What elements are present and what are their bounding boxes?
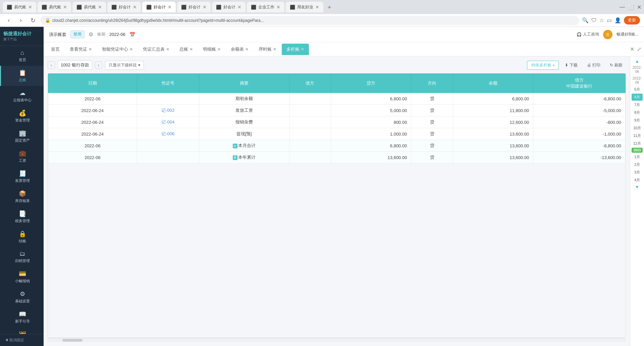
sidebar-item-salary[interactable]: 💼 工资 [0,146,44,166]
collapse-tabs-icon[interactable]: ✕ [630,46,634,52]
tab-close-8[interactable]: ✕ [276,4,280,10]
page-tab-balance[interactable]: 余额表 ✕ [226,44,253,55]
tab-voucher-close[interactable]: ✕ [89,47,92,52]
sidebar-item-guide[interactable]: 📖 新手引导 [0,307,44,327]
account-next-button[interactable]: › [95,61,102,69]
maximize-button[interactable]: ⬜ [628,4,634,10]
close-browser-button[interactable]: ✕ [637,4,641,10]
timeline-month-3[interactable]: 3月 [632,169,643,176]
tab-close-2[interactable]: ✕ [63,4,67,10]
page-tab-voucher[interactable]: 查看凭证 ✕ [65,44,97,55]
sidebar-item-invoice[interactable]: 🧾 发票管理 [0,166,44,187]
profile-icon[interactable]: 👤 [614,17,621,23]
new-tab-button[interactable]: ＋ [325,2,334,12]
tab-summary-close[interactable]: ✕ [166,47,169,52]
sidebar-item-tax[interactable]: 📑 税务管理 [0,207,44,227]
page-tab-summary[interactable]: 凭证汇总表 ✕ [138,44,174,55]
sidebar-item-member[interactable]: 👑 畅会员 [0,327,44,334]
tag-green-icon: 合 [233,144,237,148]
refresh-button[interactable]: ↻ 刷新 [606,61,626,69]
timeline-month-12[interactable]: 12月 [632,140,643,147]
tab-multicolumn-close[interactable]: ✕ [301,47,304,52]
refresh-button[interactable]: ↻ [28,16,38,25]
sidebar-toggle-icon[interactable]: ▭ [607,17,612,23]
page-tab-home[interactable]: 首页 [46,44,64,55]
account-prev-button[interactable]: ‹ [48,61,55,69]
timeline-up-arrow[interactable]: ▲ [635,58,640,64]
tab-general-close[interactable]: ✕ [190,47,193,52]
sidebar-item-close[interactable]: 🔒 结账 [0,227,44,247]
timeline-month-6[interactable]: 6月 [632,94,643,101]
sidebar-item-home[interactable]: ⌂ 首页 [0,46,44,66]
horizontal-scrollbar[interactable] [48,338,626,342]
table-header-row: 日期 凭证号 摘要 借方 贷方 方向 余额 借方中国建设银行 [48,74,626,93]
timeline-month-11[interactable]: 11月 [632,132,643,139]
cell-voucher[interactable]: 记-004 [137,116,199,128]
account-filter[interactable]: 只显示下级科目 ▾ [105,61,144,70]
account-tag[interactable]: 禁用 [70,31,85,38]
page-tab-multicolumn[interactable]: 多栏账 ✕ [282,44,309,55]
download-button[interactable]: ⬇ 下载 [561,61,581,69]
browser-tab-4[interactable]: ⬛ 好会计 ✕ [107,2,141,12]
timeline-month-9[interactable]: 9月 [632,117,643,124]
back-button[interactable]: ‹ [4,16,13,25]
sidebar-label-invoice: 发票管理 [15,178,30,183]
sidebar-item-report[interactable]: ☁ 云报表中心 [0,86,44,106]
search-icon[interactable]: 🔍 [582,17,589,23]
tab-close-9[interactable]: ✕ [315,4,319,10]
page-tab-sequence[interactable]: 序时账 ✕ [254,44,281,55]
tab-close-3[interactable]: ✕ [98,4,102,10]
sidebar-item-fund[interactable]: 💰 资金管理 [0,106,44,126]
browser-tab-3[interactable]: ⬛ 易代账 ✕ [72,2,106,12]
tab-close-5[interactable]: ✕ [168,4,172,10]
browser-tab-1[interactable]: ⬛ 易代账 ✕ [3,2,36,12]
sidebar-item-settings[interactable]: ⚙ 基础设置 [0,287,44,307]
cell-voucher[interactable]: 记-002 [137,105,199,116]
tab-close-4[interactable]: ✕ [133,4,137,10]
browser-tab-7[interactable]: ⬛ 好会计 ✕ [212,2,246,12]
page-tab-detail[interactable]: 明细账 ✕ [198,44,225,55]
url-bar[interactable]: 🔒 cloud2.chanjet.com/accounting/uh26t264… [40,16,579,25]
timeline-month-10[interactable]: 10月 [632,125,643,132]
calendar-icon[interactable]: 📅 [129,32,135,37]
sidebar-item-expense[interactable]: 💳 小畅报销 [0,267,44,287]
browser-tab-6[interactable]: ⬛ 好会计 ✕ [177,2,211,12]
cell-voucher[interactable]: 记-006 [137,128,199,140]
timeline-month-5[interactable]: 5月 [632,86,643,93]
pin-button[interactable]: ◀ 取消固定 [0,334,44,346]
timeline-month-8[interactable]: 8月 [632,109,643,116]
timeline-month-7[interactable]: 7月 [632,101,643,108]
page-tab-general[interactable]: 总账 ✕ [175,44,198,55]
browser-tab-2[interactable]: ⬛ 易代账 ✕ [38,2,71,12]
star-icon[interactable]: ☆ [599,17,604,23]
sidebar-item-inventory[interactable]: 📦 库存核算 [0,187,44,207]
page-tab-smart-voucher[interactable]: 智能凭证中心 ✕ [97,44,138,55]
sidebar-item-archive[interactable]: 🗂 归档管理 [0,247,44,267]
tab-close-1[interactable]: ✕ [28,4,32,10]
timeline-month-4[interactable]: 4月 [632,177,643,184]
timeline-down-arrow[interactable]: ▼ [635,184,640,190]
browser-tab-8[interactable]: ⬛ 企业工作 ✕ [247,2,284,12]
sidebar-item-asset[interactable]: 🏢 固定资产 [0,126,44,146]
shield-icon[interactable]: 🛡 [591,17,597,23]
print-button[interactable]: 🖨 打印 [584,61,604,69]
minimize-button[interactable]: — [620,4,625,10]
timeline-month-2[interactable]: 2月 [632,161,643,168]
timeline-month-1[interactable]: 1月 [632,153,643,160]
browser-tab-9[interactable]: ⬛ 用友好业 ✕ [286,2,323,12]
tab-close-6[interactable]: ✕ [203,4,207,10]
update-button[interactable]: 更新 [624,16,640,24]
scroll-thumb[interactable] [62,339,83,342]
tab-close-7[interactable]: ✕ [237,4,241,10]
tab-balance-close[interactable]: ✕ [245,47,249,52]
consult-button[interactable]: 🎧 人工咨询 [577,32,599,37]
special-account-button[interactable]: 特殊多栏账 ▾ [527,61,559,70]
tab-sequence-close[interactable]: ✕ [273,47,276,52]
browser-tab-5[interactable]: ⬛ 好会计 ✕ [142,2,176,12]
tab-detail-close[interactable]: ✕ [217,47,221,52]
sidebar-item-ledger[interactable]: 📋 总账 [0,66,44,86]
forward-button[interactable]: › [16,16,25,25]
expand-tabs-icon[interactable]: ⤢ [637,46,641,52]
tab-smart-close[interactable]: ✕ [129,47,133,52]
settings-gear-icon[interactable]: ⚙ [89,31,93,38]
